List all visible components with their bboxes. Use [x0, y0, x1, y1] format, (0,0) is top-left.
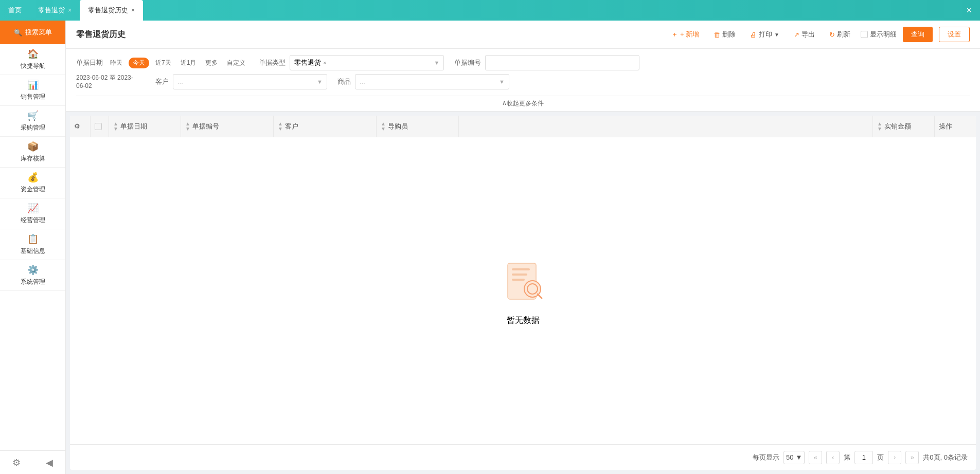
salesperson-sort-icon[interactable]: ▲▼: [381, 121, 386, 132]
sidebar-bottom: ⚙ ◀: [0, 450, 65, 474]
toolbar: ＋ + 新增 🗑 删除 🖨 打印 ▼ ↗ 导出 ↻: [667, 27, 970, 42]
date-btn-yesterday[interactable]: 昨天: [107, 58, 126, 68]
sidebar-item-basic-info[interactable]: 📋 基础信息: [0, 229, 65, 260]
tab-home-label: 首页: [8, 6, 22, 15]
customer-sort-icon[interactable]: ▲▼: [278, 121, 283, 132]
date-btn-more[interactable]: 更多: [202, 58, 221, 68]
sidebar-item-inventory[interactable]: 📦 库存核算: [0, 137, 65, 168]
tab-retail-return-history[interactable]: 零售退货历史 ×: [80, 0, 143, 21]
tab-list: 首页 零售退货 × 零售退货历史 ×: [0, 0, 958, 21]
date-btn-custom[interactable]: 自定义: [224, 58, 248, 68]
th-customer-label: 客户: [285, 122, 298, 131]
filter-row-1: 单据日期 昨天 今天 近7天 近1月 更多 自定义 单据类型: [76, 55, 970, 70]
next-page-button[interactable]: ›: [888, 451, 901, 464]
prev-page-button[interactable]: ‹: [826, 451, 840, 464]
print-button[interactable]: 🖨 打印 ▼: [746, 28, 783, 41]
empty-state: 暂无数据: [70, 137, 976, 444]
tab-retail-return-label: 零售退货: [38, 6, 65, 15]
empty-text: 暂无数据: [507, 315, 540, 326]
th-gear[interactable]: ⚙: [70, 116, 91, 137]
query-button[interactable]: 查询: [903, 27, 933, 42]
tab-retail-return-history-label: 零售退货历史: [88, 6, 128, 15]
date-filter-item: 单据日期 昨天 今天 近7天 近1月 更多 自定义: [76, 58, 248, 68]
collapse-up-icon: ∧: [502, 99, 507, 108]
docno-filter-item: 单据编号: [454, 55, 639, 70]
main-layout: 🔍 搜索菜单 🏠 快捷导航 📊 销售管理 🛒 采购管理 📦 库存核算 💰 资金管…: [0, 21, 980, 474]
sidebar-collapse-button[interactable]: ◀: [46, 457, 53, 468]
tab-retail-return-close[interactable]: ×: [68, 7, 72, 14]
show-detail-toggle[interactable]: 显示明细: [861, 30, 897, 39]
sidebar-item-purchase[interactable]: 🛒 采购管理: [0, 106, 65, 137]
window-close-button[interactable]: ×: [958, 5, 980, 16]
goods-filter-label: 商品: [337, 77, 351, 86]
sidebar-item-home[interactable]: 🏠 快捷导航: [0, 44, 65, 75]
page-number-input[interactable]: [854, 451, 873, 464]
page-size-select[interactable]: 50 ▼: [783, 451, 805, 464]
refresh-label: 刷新: [837, 30, 850, 39]
goods-select-arrow-icon: ▼: [499, 79, 505, 85]
tab-retail-return[interactable]: 零售退货 ×: [30, 0, 80, 21]
basic-info-icon: 📋: [27, 233, 39, 245]
sidebar-item-finance-label: 资金管理: [21, 185, 45, 194]
amount-sort-icon[interactable]: ▲▼: [877, 121, 882, 132]
collapse-filters-button[interactable]: ∧ 收起更多条件: [76, 96, 970, 111]
sidebar-item-finance[interactable]: 💰 资金管理: [0, 168, 65, 198]
sidebar-item-management-label: 经营管理: [21, 216, 45, 225]
customer-filter-label: 客户: [155, 77, 169, 86]
type-tag-close[interactable]: ×: [323, 60, 326, 66]
collapse-label: 收起更多条件: [507, 99, 544, 108]
delete-label: 删除: [722, 30, 736, 39]
date-sort-icon[interactable]: ▲▼: [113, 121, 118, 132]
sidebar-item-system[interactable]: ⚙️ 系统管理: [0, 260, 65, 291]
add-button[interactable]: ＋ + 新增: [667, 28, 703, 41]
date-filter-label: 单据日期: [76, 58, 103, 67]
th-date: ▲▼ 单据日期: [109, 116, 181, 137]
type-select-arrow-icon: ▼: [434, 60, 439, 66]
page-chapter-text: 第: [844, 453, 850, 462]
sales-icon: 📊: [27, 79, 39, 90]
export-button[interactable]: ↗ 导出: [790, 28, 819, 41]
tab-home[interactable]: 首页: [0, 0, 30, 21]
empty-state-icon: [497, 256, 549, 307]
last-page-button[interactable]: »: [905, 451, 919, 464]
sidebar-item-management[interactable]: 📈 经营管理: [0, 198, 65, 229]
tab-retail-return-history-close[interactable]: ×: [131, 7, 135, 14]
th-docno-label: 单据编号: [192, 122, 219, 131]
add-label: + 新增: [680, 30, 699, 39]
customer-filter-select[interactable]: ... ▼: [173, 74, 327, 89]
filter-area: 单据日期 昨天 今天 近7天 近1月 更多 自定义 单据类型: [66, 49, 980, 112]
type-filter-select[interactable]: 零售退货 × ▼: [290, 55, 444, 70]
management-icon: 📈: [27, 203, 39, 214]
filter-row-2: 2023-06-02 至 2023-06-02 客户 ... ▼ 商品 ... …: [76, 74, 970, 89]
docno-filter-input[interactable]: [485, 55, 639, 70]
customer-placeholder: ...: [177, 78, 183, 85]
refresh-icon: ↻: [829, 31, 835, 39]
first-page-button[interactable]: «: [809, 451, 822, 464]
system-icon: ⚙️: [27, 264, 39, 276]
type-filter-tag: 零售退货 ×: [294, 58, 326, 67]
print-label: 打印: [759, 30, 772, 39]
home-icon: 🏠: [27, 48, 39, 60]
pagination: 每页显示 50 ▼ « ‹ 第 页 › » 共0页, 0条记录: [70, 444, 976, 470]
settings-button[interactable]: 设置: [939, 27, 970, 42]
show-detail-checkbox[interactable]: [861, 31, 868, 38]
delete-button[interactable]: 🗑 删除: [709, 28, 740, 41]
sidebar-item-sales[interactable]: 📊 销售管理: [0, 75, 65, 106]
docno-sort-icon[interactable]: ▲▼: [185, 121, 190, 132]
th-amount: ▲▼ 实销金额: [873, 116, 935, 137]
th-spacer: [459, 116, 873, 137]
top-bar: 首页 零售退货 × 零售退货历史 × ×: [0, 0, 980, 21]
date-btn-7days[interactable]: 近7天: [152, 58, 174, 68]
date-btn-1month[interactable]: 近1月: [177, 58, 200, 68]
sidebar-item-sales-label: 销售管理: [21, 93, 45, 101]
page-text: 页: [877, 453, 884, 462]
select-all-checkbox[interactable]: [95, 123, 102, 130]
docno-filter-label: 单据编号: [454, 58, 481, 67]
sidebar-settings-button[interactable]: ⚙: [12, 457, 21, 468]
sidebar-search[interactable]: 🔍 搜索菜单: [0, 21, 65, 44]
page-size-label: 每页显示: [753, 453, 779, 462]
goods-filter-select[interactable]: ... ▼: [355, 74, 509, 89]
th-checkbox[interactable]: [91, 116, 109, 137]
refresh-button[interactable]: ↻ 刷新: [825, 28, 854, 41]
date-btn-today[interactable]: 今天: [129, 58, 149, 68]
